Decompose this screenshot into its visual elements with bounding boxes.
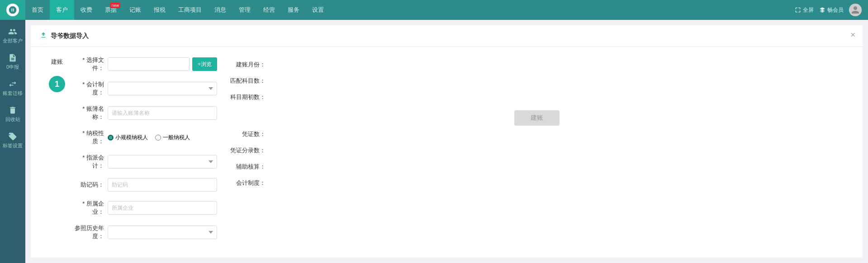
file-input[interactable] bbox=[108, 57, 190, 71]
accountant-label: * 指派会计： bbox=[72, 154, 104, 170]
small-taxpayer-option[interactable]: 小规模纳税人 bbox=[108, 134, 148, 141]
memo-label: 助记码： bbox=[72, 181, 104, 189]
nav-item-operation[interactable]: 经营 bbox=[257, 0, 281, 20]
month-label: 建账月份： bbox=[229, 61, 266, 69]
dialog-card: 导爷数据导入 × 建账 1 * 选择文件： bbox=[31, 25, 863, 258]
company-row: * 所属企业： bbox=[72, 200, 217, 216]
nav-item-commerce[interactable]: 工商项目 bbox=[172, 0, 208, 20]
sidebar-item-all-customers[interactable]: 全部客户 bbox=[0, 23, 25, 48]
tax-radio-group: 小规模纳税人 一般纳税人 bbox=[108, 134, 217, 141]
sidebar-item-tag-settings[interactable]: 标签设置 bbox=[0, 128, 25, 153]
build-account-button[interactable]: 建账 bbox=[514, 110, 560, 126]
sidebar-item-account-migration[interactable]: 账套迁移 bbox=[0, 76, 25, 100]
accountant-select[interactable] bbox=[108, 155, 217, 169]
nav-item-invoice[interactable]: 票据 new bbox=[99, 0, 123, 20]
voucher-entries-label: 凭证分录数： bbox=[229, 146, 266, 155]
voucher-entries-row: 凭证分录数： bbox=[229, 146, 844, 155]
file-row: * 选择文件： +浏览 bbox=[72, 56, 217, 72]
build-btn-area: 建账 bbox=[229, 110, 844, 126]
step-badge: 1 bbox=[49, 76, 65, 92]
aux-row: 辅助核算： bbox=[229, 163, 844, 171]
import-icon bbox=[40, 32, 47, 40]
ledger-name-input[interactable] bbox=[108, 106, 217, 120]
tax-label: * 纳税性质： bbox=[72, 129, 104, 146]
right-section: 建账月份： 匹配科目数： 科目期初数： bbox=[229, 56, 844, 249]
logo-area[interactable] bbox=[0, 0, 25, 20]
voucher-label: 凭证数： bbox=[229, 130, 266, 138]
history-year-label: 参照历史年度： bbox=[72, 224, 104, 240]
aux-label: 辅助核算： bbox=[229, 163, 266, 171]
match-row: 匹配科目数： bbox=[229, 77, 844, 85]
accounting-sys-label: 会计制度： bbox=[229, 179, 266, 187]
memo-input[interactable] bbox=[108, 178, 217, 192]
small-taxpayer-radio[interactable] bbox=[108, 135, 114, 141]
fullscreen-btn[interactable]: 全屏 bbox=[795, 6, 814, 14]
accountant-row: * 指派会计： bbox=[72, 154, 217, 170]
accounting-select[interactable] bbox=[108, 82, 217, 95]
file-input-group: +浏览 bbox=[108, 57, 217, 71]
nav-item-customer[interactable]: 客户 bbox=[50, 0, 74, 20]
company-input[interactable] bbox=[108, 201, 217, 215]
history-year-row: 参照历史年度： bbox=[72, 224, 217, 240]
nav-items: 首页 客户 收费 票据 new 记账 报税 工商项目 消息 管理 经营 服务 设… bbox=[25, 0, 795, 20]
company-label: * 所属企业： bbox=[72, 200, 104, 216]
nav-item-fee[interactable]: 收费 bbox=[74, 0, 99, 20]
ledger-name-row: * 账簿名称： bbox=[72, 105, 217, 121]
dialog-header: 导爷数据导入 × bbox=[31, 25, 863, 47]
tax-row: * 纳税性质： 小规模纳税人 一般纳税人 bbox=[72, 129, 217, 146]
browse-button[interactable]: +浏览 bbox=[192, 57, 217, 71]
period-label: 科目期初数： bbox=[229, 93, 266, 101]
ledger-name-label: * 账簿名称： bbox=[72, 105, 104, 121]
new-badge: new bbox=[110, 3, 120, 8]
nav-right: 全屏 畅会员 bbox=[795, 4, 868, 16]
accounting-sys-row: 会计制度： bbox=[229, 179, 844, 187]
main-layout: 全部客户 0申报 账套迁移 回收站 标签设置 导爷数据导入 bbox=[0, 20, 868, 263]
general-taxpayer-option[interactable]: 一般纳税人 bbox=[155, 134, 190, 141]
accounting-label: * 会计制度： bbox=[72, 80, 104, 97]
nav-item-settings[interactable]: 设置 bbox=[306, 0, 330, 20]
avatar[interactable] bbox=[849, 4, 862, 16]
sidebar-item-zero-declare[interactable]: 0申报 bbox=[0, 50, 25, 74]
month-row: 建账月份： bbox=[229, 61, 844, 69]
step-label: 建账 bbox=[51, 58, 63, 66]
logo-icon bbox=[6, 4, 19, 16]
nav-item-manage[interactable]: 管理 bbox=[232, 0, 257, 20]
step-section: 建账 1 * 选择文件： +浏览 bbox=[49, 56, 211, 249]
left-form: * 选择文件： +浏览 * 会计制度： bbox=[72, 56, 217, 249]
history-year-select[interactable] bbox=[108, 225, 217, 239]
close-button[interactable]: × bbox=[850, 31, 855, 39]
nav-item-tax[interactable]: 报税 bbox=[147, 0, 172, 20]
nav-item-service[interactable]: 服务 bbox=[281, 0, 306, 20]
sidebar-item-recycle-bin[interactable]: 回收站 bbox=[0, 102, 25, 127]
accounting-row: * 会计制度： bbox=[72, 80, 217, 97]
nav-item-message[interactable]: 消息 bbox=[208, 0, 232, 20]
nav-item-home[interactable]: 首页 bbox=[25, 0, 50, 20]
dialog-title: 导爷数据导入 bbox=[51, 32, 89, 40]
period-row: 科目期初数： bbox=[229, 93, 844, 101]
voucher-row: 凭证数： bbox=[229, 130, 844, 138]
content-area: 导爷数据导入 × 建账 1 * 选择文件： bbox=[25, 20, 868, 263]
file-label: * 选择文件： bbox=[72, 56, 104, 72]
member-btn[interactable]: 畅会员 bbox=[819, 6, 844, 14]
sidebar: 全部客户 0申报 账套迁移 回收站 标签设置 bbox=[0, 20, 25, 263]
nav-item-bookkeeping[interactable]: 记账 bbox=[123, 0, 147, 20]
general-taxpayer-radio[interactable] bbox=[155, 135, 161, 141]
right-form: 建账月份： 匹配科目数： 科目期初数： bbox=[229, 61, 844, 187]
memo-row: 助记码： bbox=[72, 178, 217, 192]
top-navigation: 首页 客户 收费 票据 new 记账 报税 工商项目 消息 管理 经营 服务 设… bbox=[0, 0, 868, 20]
match-label: 匹配科目数： bbox=[229, 77, 266, 85]
form-area: 建账 1 * 选择文件： +浏览 bbox=[31, 47, 863, 258]
